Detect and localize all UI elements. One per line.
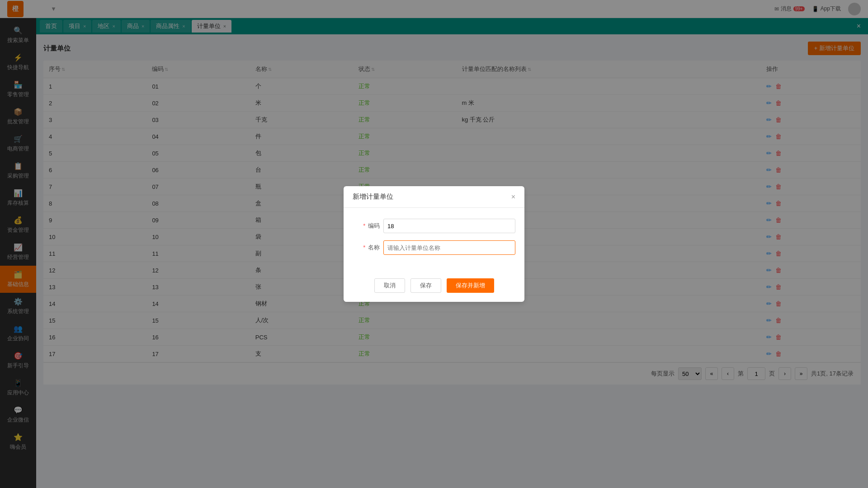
save-and-new-button[interactable]: 保存并新增 <box>447 278 494 293</box>
required-mark: * <box>363 222 365 229</box>
modal-overlay[interactable]: 新增计量单位 × * 编码 * 名称 取消 保存 保存并新增 <box>0 0 868 488</box>
modal-header: 新增计量单位 × <box>344 186 524 208</box>
code-label: * 编码 <box>353 222 380 230</box>
required-mark-2: * <box>363 244 365 251</box>
modal-body: * 编码 * 名称 <box>344 208 524 273</box>
form-row-code: * 编码 <box>353 219 515 233</box>
form-row-name: * 名称 <box>353 240 515 255</box>
add-unit-modal: 新增计量单位 × * 编码 * 名称 取消 保存 保存并新增 <box>344 186 524 302</box>
cancel-button[interactable]: 取消 <box>374 278 405 293</box>
modal-close-btn[interactable]: × <box>511 193 515 201</box>
name-label: * 名称 <box>353 244 380 252</box>
save-button[interactable]: 保存 <box>410 278 441 293</box>
modal-title: 新增计量单位 <box>353 192 393 201</box>
code-input[interactable] <box>383 219 515 233</box>
modal-footer: 取消 保存 保存并新增 <box>344 273 524 302</box>
name-input[interactable] <box>383 240 515 255</box>
